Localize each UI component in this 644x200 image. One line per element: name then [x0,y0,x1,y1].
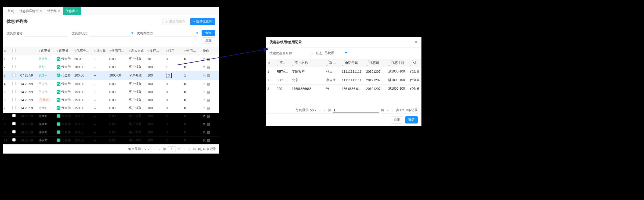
row-checkbox[interactable] [12,82,16,85]
qrcode-icon[interactable]: ▦ [207,74,210,77]
cancel-button[interactable]: 取消 [391,116,403,123]
receive-cell[interactable]: 0 [165,96,183,104]
receive-cell[interactable]: 0 [165,128,183,136]
receive-cell[interactable]: 0 [165,80,183,88]
table-row[interactable]: 614 23:59已终止代代金券150.00--0.00客户领取10000⇱▦ [3,96,219,104]
qrcode-icon[interactable]: ▦ [207,122,210,126]
row-checkbox[interactable] [12,138,16,141]
m-first-page-button[interactable]: |‹ [318,108,322,112]
m-last-page-button[interactable]: ›| [391,108,395,112]
row-checkbox[interactable] [12,74,16,77]
close-icon[interactable]: ✕ [58,7,60,15]
tab-优惠券详情页[interactable]: 优惠券详情页✕ [17,7,45,15]
col-check[interactable] [11,47,19,55]
col-issue[interactable]: 发行数量 [146,47,165,55]
col-receive[interactable]: 领用数量 [165,47,183,55]
filter-name-input[interactable] [24,30,68,37]
filter-type-select[interactable] [154,30,198,37]
table-row[interactable]: 414 23:59已过期代代金券150.00--0.00客户领取10000⇱▦ [3,80,219,88]
receive-cell[interactable]: 0 [165,112,183,120]
last-page-button[interactable]: ›| [187,147,191,151]
table-row[interactable]: 814 23:59待发布代代金券150.00--0.00客户领取10000⇱▦ [3,112,219,120]
new-coupon-button[interactable]: + 新增优惠券 [190,18,215,25]
table-row[interactable]: 914 23:59待发布代代金券150.00--0.00客户领取10000⇱▦ [3,120,219,128]
receive-cell[interactable]: 1 [165,63,183,71]
table-row[interactable]: 2执行中代代金券100.00--0.00客户领取100010⇱▦ [3,63,219,71]
receive-cell[interactable]: 3 [165,71,183,80]
row-checkbox[interactable] [12,98,16,101]
table-row[interactable]: 714 23:59待发布代代金券150.00--0.00客户领取10000⇱▦ [3,104,219,112]
m-col-contact[interactable]: 联系人 [325,59,340,67]
receive-cell[interactable]: 0 [165,88,183,96]
per-page-select[interactable]: 50 ▾ [143,147,151,152]
table-row[interactable]: 3000117666666666张156 6666 6...2019120702… [266,85,421,93]
table-row[interactable]: 307 23:59执行中代代金券200.00--1000.00客户领取10031… [3,71,219,80]
col-status[interactable]: 优惠券状态 [38,47,55,55]
row-checkbox[interactable] [12,90,16,93]
tab-首页[interactable]: 首页 [5,7,17,15]
tab-优惠券[interactable]: 优惠券✕ [63,7,81,15]
receive-cell[interactable]: 0 [165,120,183,128]
receive-count-link[interactable]: 3 [166,73,172,78]
m-col-cust[interactable]: 客户... [275,59,290,67]
row-checkbox[interactable] [12,114,16,117]
qrcode-icon[interactable]: ▦ [207,139,210,142]
col-threshold[interactable]: 使用门槛... [108,47,128,55]
col-gear[interactable]: ⚙ [3,47,11,55]
close-icon[interactable]: ✕ [40,7,42,15]
m-col-gear[interactable]: ⚙ [266,59,275,67]
settings-button[interactable]: 设置 [202,37,215,43]
row-checkbox[interactable] [12,65,16,68]
m-prev-page-button[interactable]: ‹ [323,108,326,112]
close-icon[interactable]: ✕ [414,40,418,44]
first-page-button[interactable]: |‹ [152,147,157,151]
search-input[interactable] [270,51,310,55]
col-date[interactable] [19,47,38,55]
table-row[interactable]: 200010001北京1唐先生111111111112019120702...满… [266,76,421,85]
qrcode-icon[interactable]: ▦ [207,57,210,61]
table-row[interactable]: 1014 23:59待发布代代金券150.00--0.00客户领取10000⇱▦ [3,128,219,136]
m-col-type[interactable]: 优惠券类 [408,59,421,67]
receive-cell[interactable]: 0 [165,104,183,112]
col-face[interactable]: 优惠券面值 [73,47,93,55]
m-col-phone[interactable]: 电话号码 [340,59,365,67]
qrcode-icon[interactable]: ▦ [207,90,210,94]
share-icon[interactable]: ⇱ [203,57,206,61]
col-dist[interactable]: 发放方式 [128,47,146,55]
next-page-button[interactable]: › [182,147,185,151]
share-icon[interactable]: ⇱ [203,65,206,69]
filter-status-select[interactable] [89,30,133,37]
qrcode-icon[interactable]: ▦ [207,130,210,134]
col-type[interactable]: 优惠券类型 [56,47,73,55]
receive-cell[interactable]: 0 [165,55,183,63]
m-page-input[interactable] [333,108,379,113]
table-row[interactable]: 1RETAIL...零散客户张三111111111112019120702...… [266,67,421,76]
m-next-page-button[interactable]: › [386,108,389,112]
table-row[interactable]: 1待执行代代金券50.00--0.00客户领取1000⇱▦ [3,55,219,63]
table-row[interactable]: 514 23:59已过期代代金券150.00--0.00客户领取10000⇱▦ [3,88,219,96]
share-icon[interactable]: ⇱ [203,74,206,77]
search-icon[interactable]: ⌕ [311,51,313,55]
table-row[interactable]: 1114 23:59待发布代代金券150.00--0.00客户领取10000⇱▦ [3,136,219,144]
m-col-name[interactable]: 客户名称 [290,59,325,67]
close-icon[interactable]: ✕ [76,7,78,15]
status-filter-select[interactable]: 已使用 [324,50,358,56]
col-discount[interactable]: 折扣% [93,47,108,55]
receive-cell[interactable]: 0 [165,136,183,144]
row-checkbox[interactable] [12,57,16,60]
qrcode-icon[interactable]: ▦ [207,106,210,110]
col-used[interactable]: 使用数量 [183,47,202,55]
m-per-page-select[interactable]: 50 ▾ [310,108,316,112]
row-checkbox[interactable] [12,122,16,125]
m-col-code[interactable]: 优惠码 [365,59,387,67]
checkbox-all[interactable] [12,49,16,52]
row-checkbox[interactable] [12,106,16,109]
qrcode-icon[interactable]: ▦ [207,82,210,86]
qrcode-icon[interactable]: ▦ [207,65,210,69]
prev-page-button[interactable]: ‹ [158,147,161,151]
query-button[interactable]: 查询 [202,30,215,36]
ok-button[interactable]: 确定 [405,116,418,123]
m-col-subj[interactable]: 优惠主题 [387,59,409,67]
row-checkbox[interactable] [12,130,16,133]
page-input[interactable] [168,146,176,152]
